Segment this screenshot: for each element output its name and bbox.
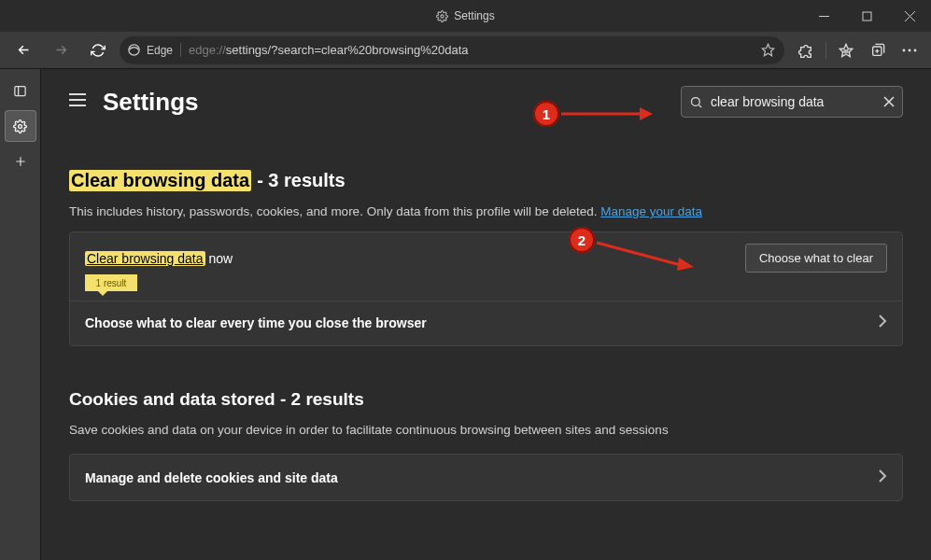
cbd-now-label: Clear browsing data now <box>85 251 233 266</box>
annotation-badge-1: 1 <box>533 101 559 127</box>
new-tab-button[interactable] <box>5 146 36 177</box>
chevron-right-icon <box>878 469 887 485</box>
favorites-button[interactable] <box>830 36 862 64</box>
back-button[interactable] <box>7 36 39 64</box>
svg-point-11 <box>692 97 700 105</box>
manage-your-data-link[interactable]: Manage your data <box>600 204 702 218</box>
forward-button[interactable] <box>45 36 77 64</box>
browser-name: Edge <box>147 44 173 57</box>
section-cbd-subtitle: This includes history, passwords, cookie… <box>69 204 903 218</box>
svg-point-8 <box>914 49 917 51</box>
svg-marker-3 <box>762 44 774 56</box>
search-input[interactable] <box>711 94 876 109</box>
tab-settings[interactable] <box>5 110 36 142</box>
svg-rect-1 <box>863 12 871 21</box>
page-title: Settings <box>103 88 199 117</box>
svg-point-10 <box>19 124 22 128</box>
url-text: edge://settings/?search=clear%20browsing… <box>189 43 469 57</box>
more-button[interactable] <box>894 36 925 64</box>
gear-icon <box>436 10 448 22</box>
close-button[interactable] <box>888 0 931 32</box>
section-cookies-title: Cookies and data stored - 2 results <box>69 389 903 410</box>
titlebar: Settings <box>0 0 931 32</box>
menu-icon[interactable] <box>69 93 86 110</box>
tab-actions-button[interactable] <box>5 75 36 106</box>
vertical-tabs-bar <box>0 69 41 560</box>
settings-search-box[interactable] <box>681 86 903 118</box>
collections-button[interactable] <box>862 36 894 64</box>
window-title: Settings <box>0 9 931 22</box>
svg-point-0 <box>441 14 444 17</box>
result-count-tag: 1 result <box>85 274 137 291</box>
cbd-on-close-row[interactable]: Choose what to clear every time you clos… <box>70 301 902 345</box>
edge-icon <box>127 43 141 57</box>
section-cbd-title: Clear browsing data - 3 results <box>69 170 903 191</box>
annotation-badge-2: 2 <box>569 227 595 253</box>
address-bar[interactable]: Edge edge://settings/?search=clear%20bro… <box>120 36 784 64</box>
section-cookies-subtitle: Save cookies and data on your device in … <box>69 423 903 437</box>
svg-point-6 <box>903 49 906 51</box>
manage-cookies-row[interactable]: Manage and delete cookies and site data <box>69 454 903 501</box>
svg-point-7 <box>909 49 911 51</box>
svg-rect-9 <box>15 86 25 95</box>
chevron-right-icon <box>878 315 887 330</box>
favorite-icon[interactable] <box>761 43 775 57</box>
choose-what-to-clear-button[interactable]: Choose what to clear <box>745 244 887 273</box>
minimize-button[interactable] <box>802 0 845 32</box>
svg-point-2 <box>129 45 139 55</box>
maximize-button[interactable] <box>845 0 888 32</box>
refresh-button[interactable] <box>82 36 114 64</box>
clear-search-button[interactable] <box>883 96 895 107</box>
toolbar: Edge edge://settings/?search=clear%20bro… <box>0 32 931 69</box>
search-icon <box>689 95 703 109</box>
extensions-button[interactable] <box>790 36 822 64</box>
settings-page: Settings Clear browsing data - 3 results… <box>41 69 931 560</box>
cbd-card: Clear browsing data now Choose what to c… <box>69 231 903 346</box>
